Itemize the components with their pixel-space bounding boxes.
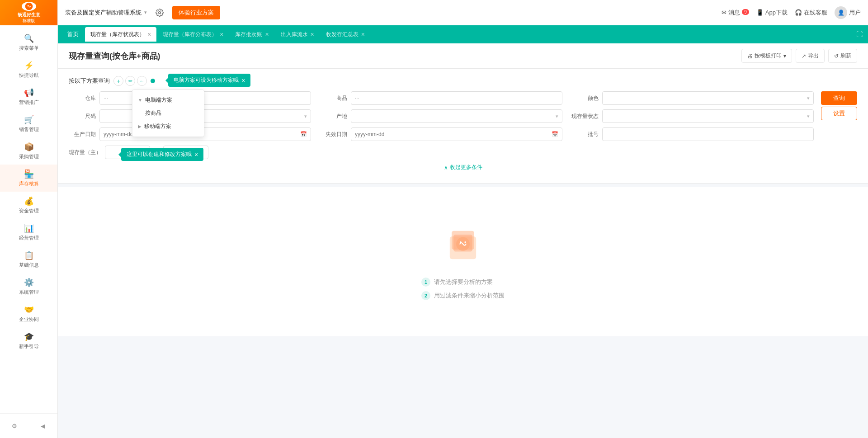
user-avatar: 👤 xyxy=(835,6,847,19)
add-schema-btn[interactable]: + xyxy=(113,76,123,86)
svg-point-7 xyxy=(464,241,466,243)
sidebar-item-operations[interactable]: 📊 经营管理 xyxy=(0,219,57,246)
sidebar-item-operations-label: 经营管理 xyxy=(19,235,39,241)
schema-item-goods[interactable]: 按商品 xyxy=(132,107,204,120)
tab-close-0[interactable]: × xyxy=(147,31,151,38)
headset-icon: 🎧 xyxy=(795,9,802,16)
size-label: 尺码 xyxy=(69,113,96,120)
schema-item-pc[interactable]: ▼ 电脑端方案 xyxy=(132,94,204,107)
tab-home[interactable]: 首页 xyxy=(61,27,84,42)
page-actions: 🖨 按模板打印 ▾ ↗ 导出 ↺ 刷新 xyxy=(741,49,857,63)
purchase-icon: 📦 xyxy=(24,142,34,152)
message-btn[interactable]: ✉ 消息 9 xyxy=(722,9,749,17)
user-avatar-text: 👤 xyxy=(838,9,844,16)
tab-bar: 首页 现存量（库存状况表） × 现存量（库存分布表） × 库存批次账 × 出入库… xyxy=(58,25,868,43)
goods-label: 商品 xyxy=(320,94,347,102)
tab-batch[interactable]: 库存批次账 × xyxy=(230,27,274,42)
sidebar-collapse-btn[interactable]: ◀ xyxy=(36,419,50,433)
schema-item-mobile[interactable]: ▶ 移动端方案 xyxy=(132,120,204,133)
empty-state: 1 请先选择要分析的方案 2 用过滤条件来缩小分析范围 xyxy=(58,187,868,336)
sidebar-item-finance-label: 资金管理 xyxy=(19,207,39,214)
marketing-icon: 📢 xyxy=(24,88,34,98)
expiry-date-row: 失效日期 📅 xyxy=(320,127,562,141)
settings-icon-btn[interactable] xyxy=(152,5,167,20)
expiry-date-field[interactable] xyxy=(355,131,550,137)
sidebar-settings-btn[interactable]: ⚙ xyxy=(8,419,21,433)
search-btn[interactable]: 查询 xyxy=(821,91,857,105)
sidebar-item-purchase[interactable]: 📦 采购管理 xyxy=(0,137,57,165)
collapse-bar[interactable]: ∧ 收起更多条件 xyxy=(69,159,857,176)
sidebar-item-inventory-label: 库存核算 xyxy=(19,180,39,187)
header-right: ✉ 消息 9 📱 App下载 🎧 在线客服 👤 用户 xyxy=(722,6,861,19)
size-chevron: ▾ xyxy=(304,113,307,119)
empty-step-1: 1 请先选择要分析的方案 xyxy=(421,278,505,287)
basicinfo-icon: 📋 xyxy=(24,250,34,260)
page-title: 现存量查询(按仓库+商品) xyxy=(69,51,160,61)
sidebar-item-sales-label: 销售管理 xyxy=(19,126,39,133)
tab-inventory-dist[interactable]: 现存量（库存分布表） × xyxy=(157,27,229,42)
arrow-schema-btn[interactable]: ← xyxy=(137,76,147,86)
goods-input[interactable]: ··· xyxy=(351,91,562,105)
tab-close-2[interactable]: × xyxy=(265,31,269,38)
tab-inventory-status[interactable]: 现存量（库存状况表） × xyxy=(85,27,156,42)
sidebar-item-sales[interactable]: 🛒 销售管理 xyxy=(0,110,57,137)
warehouse-input[interactable]: ··· xyxy=(99,91,311,105)
enterprise-icon: 🤝 xyxy=(24,305,34,315)
app-download-label: App下载 xyxy=(765,9,788,17)
sidebar-item-inventory[interactable]: 🏪 库存核算 xyxy=(0,165,57,192)
color-row: 颜色 ▾ xyxy=(571,91,814,105)
batch-no-input[interactable] xyxy=(602,127,814,141)
origin-select[interactable]: ▾ xyxy=(351,109,562,123)
guide-icon: 🎓 xyxy=(24,332,34,342)
sidebar-item-quicknav[interactable]: ⚡ 快捷导航 xyxy=(0,56,57,83)
industry-btn[interactable]: 体验行业方案 xyxy=(172,6,220,19)
reset-btn[interactable]: 设置 xyxy=(821,107,857,120)
main-area: 装备及固定资产辅助管理系统 ▾ 体验行业方案 ✉ 消息 9 📱 App下载 🎧 … xyxy=(58,0,868,438)
sidebar-item-system[interactable]: ⚙️ 系统管理 xyxy=(0,273,57,300)
expiry-date-label: 失效日期 xyxy=(320,131,347,138)
tooltip-pc-close[interactable]: × xyxy=(241,77,245,84)
app-logo: 畅通好生意 标准版 xyxy=(0,0,57,25)
sidebar-item-search[interactable]: 🔍 搜索菜单 xyxy=(0,29,57,56)
stock-status-select[interactable]: ▾ xyxy=(602,109,814,123)
sidebar-item-guide[interactable]: 🎓 新手引导 xyxy=(0,327,57,354)
goods-row: 商品 ··· xyxy=(320,91,562,105)
sidebar-item-enterprise[interactable]: 🤝 企业协同 xyxy=(0,300,57,327)
tab-summary[interactable]: 收发存汇总表 × xyxy=(321,27,370,42)
tooltip-edit-close[interactable]: × xyxy=(194,151,198,158)
production-date-input[interactable]: 📅 xyxy=(99,127,311,141)
export-btn[interactable]: ↗ 导出 xyxy=(796,49,825,63)
sidebar-item-search-label: 搜索菜单 xyxy=(19,45,39,52)
step-1-text: 请先选择要分析的方案 xyxy=(434,278,493,286)
sidebar-item-finance[interactable]: 💰 资金管理 xyxy=(0,192,57,219)
stock-status-label: 现存量状态 xyxy=(571,113,599,120)
expiry-date-input[interactable]: 📅 xyxy=(351,127,562,141)
tooltip-edit-schema: 这里可以创建和修改方案哦 × xyxy=(121,148,203,161)
sidebar-item-basicinfo[interactable]: 📋 基础信息 xyxy=(0,246,57,273)
empty-step-2: 2 用过滤条件来缩小分析范围 xyxy=(421,291,505,300)
print-btn[interactable]: 🖨 按模板打印 ▾ xyxy=(741,49,792,63)
print-chevron: ▾ xyxy=(783,53,786,59)
refresh-btn[interactable]: ↺ 刷新 xyxy=(828,49,857,63)
app-download-btn[interactable]: 📱 App下载 xyxy=(756,9,788,17)
tab-maximize-btn[interactable]: ⛶ xyxy=(854,29,864,40)
user-area[interactable]: 👤 用户 xyxy=(835,6,861,19)
tab-label-4: 收发存汇总表 xyxy=(326,31,359,38)
size-select[interactable]: ▾ xyxy=(99,109,311,123)
sidebar-item-basicinfo-label: 基础信息 xyxy=(19,262,39,268)
origin-label: 产地 xyxy=(320,113,347,120)
schema-dropdown: ▼ 电脑端方案 按商品 ▶ 移动端方案 xyxy=(132,89,204,137)
sidebar-item-marketing[interactable]: 📢 营销推广 xyxy=(0,83,57,110)
color-label: 颜色 xyxy=(571,94,599,102)
tab-close-1[interactable]: × xyxy=(220,31,223,38)
tab-flow[interactable]: 出入库流水 × xyxy=(275,27,320,42)
color-select[interactable]: ▾ xyxy=(602,91,814,105)
tab-close-4[interactable]: × xyxy=(361,31,365,38)
tab-label-2: 库存批次账 xyxy=(235,31,262,38)
empty-steps: 1 请先选择要分析的方案 2 用过滤条件来缩小分析范围 xyxy=(421,278,505,300)
tooltip-pc-schema: 电脑方案可设为移动方案哦 × xyxy=(168,74,250,87)
tab-close-3[interactable]: × xyxy=(311,31,314,38)
online-support-btn[interactable]: 🎧 在线客服 xyxy=(795,9,827,17)
tab-minimize-btn[interactable]: — xyxy=(842,29,852,40)
edit-schema-btn[interactable]: ✏ xyxy=(125,76,135,86)
